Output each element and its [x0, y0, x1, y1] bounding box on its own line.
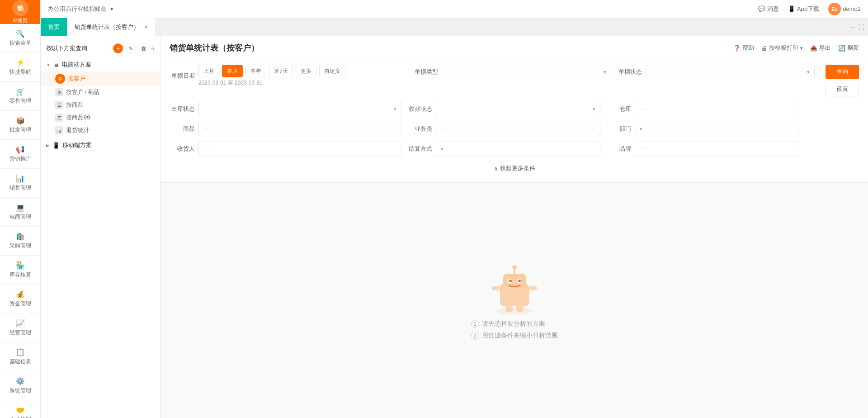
- avatar: Ea: [828, 3, 841, 15]
- warehouse-label: 仓库: [606, 105, 631, 113]
- recipient-select[interactable]: ···: [198, 142, 401, 156]
- date-range-display: 2023-03-01 至 2023-03-31: [198, 79, 345, 87]
- date-btn-more[interactable]: 更多: [296, 65, 316, 77]
- company-icon: 🤝: [0, 406, 40, 414]
- tab-home[interactable]: 首页: [41, 18, 67, 36]
- svg-rect-14: [516, 305, 524, 312]
- export-button[interactable]: 📤 导出: [810, 44, 831, 52]
- sidebar-item-operation[interactable]: 📈 经营管理: [0, 314, 40, 342]
- sidebar-item-sales[interactable]: 📊 销售管理: [0, 169, 40, 198]
- svg-rect-13: [505, 305, 513, 312]
- basic-icon: 📋: [0, 348, 40, 356]
- product-label: 商品: [170, 125, 195, 133]
- message-icon: 💬: [758, 5, 765, 12]
- date-btn-custom[interactable]: 自定义: [319, 65, 345, 77]
- tree-child-return-stat[interactable]: 📊 退货统计: [41, 124, 160, 137]
- order-status-select[interactable]: ▾: [646, 65, 815, 79]
- date-btn-this-month[interactable]: 本月: [222, 65, 243, 77]
- action-button-group: 查询 设置: [826, 65, 859, 96]
- salesperson-dots-icon: ···: [441, 125, 449, 133]
- operation-icon: 📈: [0, 319, 40, 328]
- salesperson-select[interactable]: ···: [436, 122, 600, 136]
- brand-select[interactable]: ···: [635, 142, 799, 156]
- left-panel: 按以下方案查询 + ✎ 🗑 « ▼ 🖥 电脑端方案 客 按客户: [41, 36, 160, 418]
- logo-text: 标账页: [13, 17, 28, 24]
- receive-status-select[interactable]: ▾: [436, 102, 600, 116]
- window-maximize-icon[interactable]: ⛶: [859, 24, 864, 31]
- print-dropdown-arrow-icon: ▾: [800, 45, 803, 51]
- svg-point-10: [512, 265, 517, 270]
- sidebar: 畅 标账页 🔍 搜索菜单 ⚡ 快捷导航 🛒 零售管理 📦 批发管理 📢 营销推广…: [0, 0, 41, 418]
- warehouse-select[interactable]: ···: [635, 102, 799, 116]
- order-type-select[interactable]: ▾: [442, 65, 611, 79]
- warehouse-dots-icon: ···: [640, 105, 648, 113]
- tree-parent-pc[interactable]: ▼ 🖥 电脑端方案: [41, 58, 160, 71]
- sidebar-item-basic[interactable]: 📋 基础信息: [0, 342, 40, 371]
- out-status-chevron-icon: ▾: [394, 106, 396, 112]
- settlement-select[interactable]: ▾: [436, 142, 600, 156]
- refresh-button[interactable]: 🔄 刷新: [838, 44, 859, 52]
- product99-scheme-icon: ☰: [55, 114, 63, 122]
- date-btn-7days[interactable]: 近7天: [269, 65, 293, 77]
- tree-child-by-product-99[interactable]: ☰ 按商品99: [41, 111, 160, 124]
- filter-area: 单据日期 上月 本月 本年 近7天 更多 自定义 2023-03-01 至 20…: [160, 58, 868, 183]
- app-icon: 📱: [788, 5, 795, 12]
- sidebar-item-system[interactable]: ⚙️ 系统管理: [0, 371, 40, 400]
- left-panel-title: 按以下方案查询: [46, 44, 87, 52]
- date-btn-last-month[interactable]: 上月: [198, 65, 219, 77]
- retail-icon: 🛒: [0, 87, 40, 96]
- tab-close-icon[interactable]: ✕: [144, 24, 148, 30]
- sidebar-item-ecommerce[interactable]: 💻 电商管理: [0, 198, 40, 227]
- tree-child-by-product[interactable]: ☰ 按商品: [41, 99, 160, 111]
- brand-label: 品牌: [606, 145, 631, 153]
- empty-state: 1 请先选择要分析的方案 2 用过滤条件来缩小分析范围: [471, 261, 558, 340]
- product-select[interactable]: ···: [198, 122, 401, 136]
- department-select[interactable]: ▾: [635, 122, 799, 136]
- collapse-panel-button[interactable]: «: [151, 45, 155, 52]
- brand-dots-icon: ···: [640, 145, 648, 153]
- tree-arrow-icon: ▼: [46, 62, 51, 67]
- tree-child-by-customer[interactable]: 客 按客户: [41, 71, 160, 86]
- app-download-button[interactable]: 📱 App下载: [788, 5, 819, 13]
- svg-rect-12: [529, 286, 537, 290]
- sidebar-item-marketing[interactable]: 📢 营销推广: [0, 140, 40, 169]
- tree-section-pc: ▼ 🖥 电脑端方案 客 按客户 ⊞ 按客户+商品 ☰ 按商品 ☰: [41, 58, 160, 137]
- dropdown-arrow-icon[interactable]: ▾: [110, 5, 113, 12]
- order-status-chevron-icon: ▾: [807, 69, 810, 75]
- refresh-icon: 🔄: [838, 45, 845, 52]
- window-minimize-icon[interactable]: ─: [851, 24, 855, 31]
- svg-point-2: [496, 307, 533, 314]
- sidebar-item-quicknav[interactable]: ⚡ 快捷导航: [0, 53, 40, 82]
- delete-scheme-button[interactable]: 🗑: [138, 43, 148, 53]
- setting-button[interactable]: 设置: [826, 82, 859, 96]
- query-button[interactable]: 查询: [826, 65, 859, 79]
- header-right: 💬 消息 📱 App下载 Ea demo2: [758, 3, 861, 15]
- sidebar-item-finance[interactable]: 💰 资金管理: [0, 285, 40, 314]
- user-profile-button[interactable]: Ea demo2: [828, 3, 861, 15]
- svg-rect-11: [492, 286, 500, 290]
- sidebar-item-retail[interactable]: 🛒 零售管理: [0, 82, 40, 111]
- out-status-select[interactable]: ▾: [198, 102, 401, 116]
- order-type-label: 单据类型: [413, 68, 438, 76]
- empty-text: 1 请先选择要分析的方案 2 用过滤条件来缩小分析范围: [471, 320, 558, 340]
- tab-sales-stat[interactable]: 销货单统计表（按客户） ✕: [67, 18, 156, 36]
- product-dots-icon: ···: [203, 125, 212, 133]
- tree-parent-mobile[interactable]: ▶ 📱 移动端方案: [41, 138, 160, 152]
- page-title-bar: 销货单统计表（按客户） ❓ 帮助 🖨 按模板打印 ▾ 📤 导出: [160, 36, 868, 58]
- help-button[interactable]: ❓ 帮助: [733, 44, 754, 52]
- svg-rect-4: [503, 274, 526, 287]
- template-print-button[interactable]: 🖨 按模板打印 ▾: [761, 44, 803, 52]
- tree-child-by-customer-product[interactable]: ⊞ 按客户+商品: [41, 86, 160, 99]
- edit-scheme-button[interactable]: ✎: [126, 43, 136, 53]
- message-button[interactable]: 💬 消息: [758, 5, 779, 13]
- order-type-chevron-icon: ▾: [604, 69, 606, 75]
- add-scheme-button[interactable]: +: [113, 43, 123, 53]
- sidebar-item-purchase[interactable]: 🛍️ 采购管理: [0, 227, 40, 256]
- sidebar-item-company[interactable]: 🤝 企业协同: [0, 400, 40, 418]
- sidebar-item-inventory[interactable]: 🏪 库存核算: [0, 256, 40, 285]
- sidebar-item-wholesale[interactable]: 📦 批发管理: [0, 111, 40, 140]
- sidebar-item-search[interactable]: 🔍 搜索菜单: [0, 24, 40, 53]
- date-btn-this-year[interactable]: 本年: [245, 65, 266, 77]
- collapse-filter-button[interactable]: ∧ 收起更多条件: [170, 161, 859, 176]
- svg-text:畅: 畅: [17, 5, 24, 12]
